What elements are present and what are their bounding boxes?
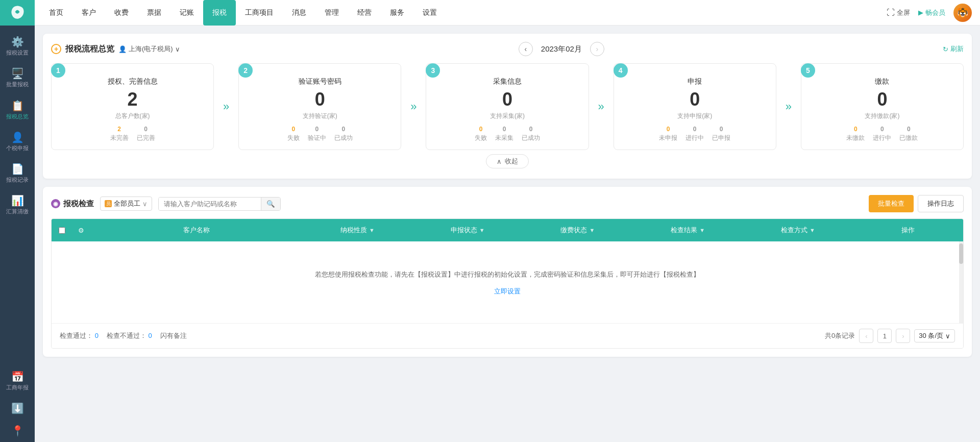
step-1-sublabel: 总客户数(家) [58,112,207,120]
logo[interactable] [0,0,35,26]
nav-settings[interactable]: 设置 [413,0,446,26]
table-empty-message: 若您想使用报税检查功能，请先在【报税设置】中进行报税的初始化设置，完成密码验证和… [315,268,700,280]
sidebar-item-settlement[interactable]: 📊 汇算清缴 [0,189,35,221]
check-header: ◉ 报税检查 员 全部员工 ∨ 🔍 批量检查 操作日志 [51,195,964,212]
search-input[interactable] [159,198,261,210]
sidebar-item-tax-record[interactable]: 📄 报税记录 [0,158,35,189]
step-card-5: 5 缴款 0 支持缴款(家) 0 未缴款 0 进行中 [801,63,964,150]
arrow-2: » [401,100,426,113]
steps-row: 1 授权、完善信息 2 总客户数(家) 2 未完善 0 已完善 [51,63,964,150]
tax-settings-icon: ⚙️ [11,37,24,47]
personal-tax-icon: 👤 [11,132,24,142]
sidebar-item-personal-tax[interactable]: 👤 个税申报 [0,126,35,158]
nav-clients[interactable]: 客户 [72,0,105,26]
flow-location-select[interactable]: 👤 上海(电子税局) ∨ [118,44,180,54]
step-5-count: 0 [807,90,957,109]
th-tax-nature[interactable]: 纳税性质 ▼ [303,226,413,235]
th-check-method[interactable]: 检查方式 ▼ [743,226,853,235]
filter-chevron-icon: ∨ [142,200,148,208]
tax-overview-icon: 📋 [11,101,24,111]
sidebar-item-batch-tax[interactable]: 🖥️ 批量报税 [0,62,35,94]
page-prev-button[interactable]: ‹ [859,329,873,343]
chevron-down-icon: ∨ [175,45,180,53]
th-operation: 操作 [853,226,963,235]
filter-icon-result: ▼ [699,227,705,233]
nav-manage[interactable]: 管理 [315,0,348,26]
filter-icon-tax-nature: ▼ [369,227,375,233]
step-3-name: 采集信息 [432,77,582,86]
search-icon: 🔍 [266,200,275,208]
month-next-button[interactable]: › [590,42,604,56]
remark-stat: 闪有备注 [160,331,187,340]
arrow-4: » [776,100,801,113]
th-checkbox[interactable] [52,227,72,234]
top-navigation: 首页 客户 收费 票据 记账 报税 工商项目 消息 管理 经营 服务 设置 ⛶ … [0,0,980,26]
main-layout: ⚙️ 报税设置 🖥️ 批量报税 📋 报税总览 👤 个税申报 📄 报税记录 📊 汇… [0,26,980,442]
download-icon: ⬇️ [11,403,24,413]
step-1-stats: 2 未完善 0 已完善 [58,126,207,142]
search-button[interactable]: 🔍 [261,198,280,210]
tax-check-card: ◉ 报税检查 员 全部员工 ∨ 🔍 批量检查 操作日志 [43,187,972,357]
batch-check-button[interactable]: 批量检查 [869,195,914,212]
step-card-4: 4 申报 0 支持申报(家) 0 未申报 0 进行中 [614,63,776,150]
nav-operation[interactable]: 经营 [348,0,381,26]
step-1-stat-0: 2 未完善 [110,126,129,142]
step-1-stat-1-val: 0 [144,126,148,133]
operation-log-button[interactable]: 操作日志 [918,195,964,212]
flow-title-icon: + [51,44,61,54]
th-pay-status[interactable]: 缴费状态 ▼ [523,226,633,235]
collapse-button[interactable]: ∧ 收起 [486,154,529,168]
sidebar-item-location[interactable]: 📍 [0,420,35,442]
step-4-stats: 0 未申报 0 进行中 0 已申报 [620,126,770,142]
nav-accounting[interactable]: 记账 [170,0,203,26]
step-1-badge: 1 [51,63,65,78]
refresh-button[interactable]: ↻ 刷新 [943,44,964,54]
step-4-sublabel: 支持申报(家) [620,112,770,120]
step-3-stats: 0 失败 0 未采集 0 已成功 [432,126,582,142]
month-prev-button[interactable]: ‹ [519,42,533,56]
th-settings[interactable]: ⚙ [72,227,90,234]
filter-icon-pay: ▼ [589,227,595,233]
avatar[interactable]: 🐯 [953,4,972,22]
page-current[interactable]: 1 [877,329,892,343]
location-icon: 📍 [11,426,24,436]
fail-count[interactable]: 0 [148,332,152,339]
th-name: 客户名称 [90,226,303,235]
main-content: + 报税流程总览 👤 上海(电子税局) ∨ ‹ 2023年02月 › ↻ 刷新 [35,26,980,442]
member-button[interactable]: ▶ 畅会员 [918,8,945,17]
nav-service[interactable]: 服务 [381,0,413,26]
employee-filter[interactable]: 员 全部员工 ∨ [100,197,152,211]
sidebar-item-annual-report[interactable]: 📅 工商年报 [0,365,35,397]
nav-home[interactable]: 首页 [40,0,72,26]
step-3-count: 0 [432,90,582,109]
nav-messages[interactable]: 消息 [283,0,315,26]
page-size-chevron: ∨ [945,332,950,340]
setup-link[interactable]: 立即设置 [494,287,521,296]
select-all-checkbox[interactable] [59,227,65,234]
sidebar-item-tax-settings[interactable]: ⚙️ 报税设置 [0,31,35,62]
step-1-stat-1-label: 已完善 [137,134,155,142]
person-icon: 👤 [118,45,127,53]
step-card-1: 1 授权、完善信息 2 总客户数(家) 2 未完善 0 已完善 [51,63,214,150]
arrow-3: » [589,100,614,113]
pass-stat: 检查通过： 0 [60,331,99,340]
step-card-2: 2 验证账号密码 0 支持验证(家) 0 失败 0 验证中 [238,63,401,150]
sidebar-item-download[interactable]: ⬇️ [0,397,35,420]
arrow-1: » [214,100,238,113]
nav-invoices[interactable]: 票据 [138,0,170,26]
page-next-button[interactable]: › [896,329,910,343]
fullscreen-button[interactable]: ⛶ 全屏 [887,8,910,17]
step-card-3: 3 采集信息 0 支持采集(家) 0 失败 0 未采集 [426,63,589,150]
th-declare-status[interactable]: 申报状态 ▼ [412,226,523,235]
sidebar-item-tax-overview[interactable]: 📋 报税总览 [0,94,35,126]
page-size-select[interactable]: 30 条/页 ∨ [914,329,955,342]
nav-bizproject[interactable]: 工商项目 [236,0,283,26]
sidebar: ⚙️ 报税设置 🖥️ 批量报税 📋 报税总览 👤 个税申报 📄 报税记录 📊 汇… [0,26,35,442]
flow-header: + 报税流程总览 👤 上海(电子税局) ∨ ‹ 2023年02月 › ↻ 刷新 [51,42,964,56]
nav-fees[interactable]: 收费 [105,0,138,26]
scrollbar-thumb[interactable] [959,243,963,264]
th-check-result[interactable]: 检查结果 ▼ [633,226,743,235]
pass-count[interactable]: 0 [95,332,99,339]
step-4-badge: 4 [614,63,628,78]
nav-tax[interactable]: 报税 [203,0,236,26]
